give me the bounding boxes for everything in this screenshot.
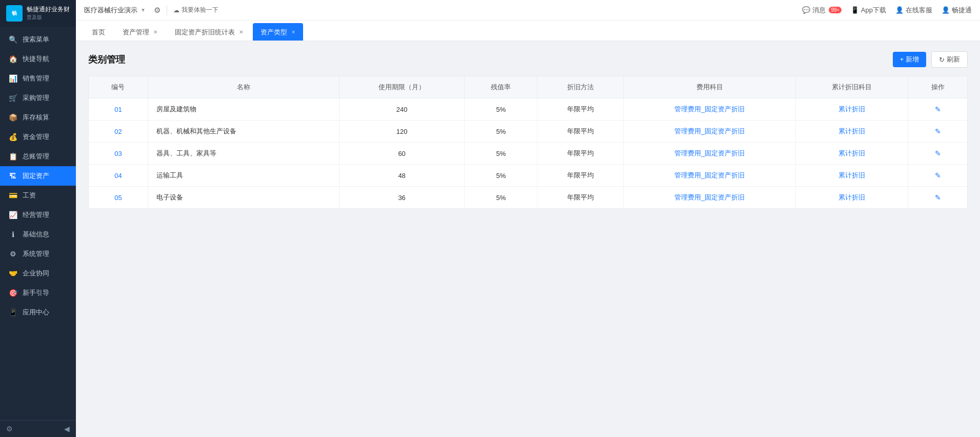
category-table: 编号名称使用期限（月）残值率折旧方法费用科目累计折旧科目操作 01房屋及建筑物2… <box>88 76 968 209</box>
sidebar: 畅 畅捷通好业务财 普及版 🔍搜索菜单🏠快捷导航📊销售管理🛒采购管理📦库存核算💰… <box>0 0 76 437</box>
row-residual: 5% <box>465 98 537 121</box>
topbar: 医疗器械行业演示 ▼ ⚙ ☁ 我要体验一下 💬 消息 99+ 📱 App下载 👤… <box>76 0 980 21</box>
table-row: 03器具、工具、家具等605%年限平均管理费用_固定资产折旧累计折旧✎ <box>89 143 967 165</box>
basic-info-icon: ℹ <box>8 230 17 239</box>
sidebar-item-label: 经营管理 <box>23 210 49 220</box>
tab-depreciation-table[interactable]: 固定资产折旧统计表 ✕ <box>167 23 251 41</box>
sidebar-item-label: 工资 <box>23 191 36 200</box>
row-action[interactable]: ✎ <box>908 165 967 187</box>
sidebar-item-quick-nav[interactable]: 🏠快捷导航 <box>0 49 76 69</box>
tab-asset-type[interactable]: 资产类型 ✕ <box>253 23 303 41</box>
refresh-button[interactable]: ↻ 刷新 <box>931 51 968 68</box>
row-residual: 5% <box>465 165 537 187</box>
content-header: 类别管理 + 新增 ↻ 刷新 <box>88 51 968 68</box>
row-accum-subject: 累计折旧 <box>796 121 908 143</box>
row-period: 120 <box>339 121 465 143</box>
row-action[interactable]: ✎ <box>908 121 967 143</box>
row-cost-subject: 管理费用_固定资产折旧 <box>624 165 796 187</box>
topbar-settings-icon[interactable]: ⚙ <box>154 6 161 15</box>
service-icon: 👤 <box>895 6 904 14</box>
online-service-button[interactable]: 👤 在线客服 <box>895 6 932 15</box>
table-row: 04运输工具485%年限平均管理费用_固定资产折旧累计折旧✎ <box>89 165 967 187</box>
settings-footer-icon[interactable]: ⚙ <box>6 425 13 433</box>
ledger-icon: 📋 <box>8 152 17 161</box>
sidebar-item-label: 资金管理 <box>23 132 49 142</box>
main-area: 医疗器械行业演示 ▼ ⚙ ☁ 我要体验一下 💬 消息 99+ 📱 App下载 👤… <box>76 0 980 437</box>
sidebar-item-guide[interactable]: 🎯新手引导 <box>0 283 76 303</box>
operations-icon: 📈 <box>8 210 17 220</box>
sidebar-item-system[interactable]: ⚙系统管理 <box>0 244 76 264</box>
app-download-label: App下载 <box>861 6 886 15</box>
content-area: 类别管理 + 新增 ↻ 刷新 编号名称使用期限（月）残值率折旧方法费用科目累计折… <box>76 41 980 437</box>
sidebar-item-basic-info[interactable]: ℹ基础信息 <box>0 225 76 244</box>
row-accum-subject: 累计折旧 <box>796 143 908 165</box>
row-cost-subject: 管理费用_固定资产折旧 <box>624 98 796 121</box>
row-action[interactable]: ✎ <box>908 98 967 121</box>
cloud-icon: ☁ <box>173 7 179 14</box>
tabbar: 首页资产管理 ✕固定资产折旧统计表 ✕资产类型 ✕ <box>76 21 980 41</box>
row-method: 年限平均 <box>537 165 624 187</box>
inventory-icon: 📦 <box>8 113 17 122</box>
messages-label: 消息 <box>812 6 826 15</box>
row-name: 机器、机械和其他生产设备 <box>148 121 339 143</box>
tab-close-icon[interactable]: ✕ <box>239 29 243 35</box>
sidebar-item-sales[interactable]: 📊销售管理 <box>0 69 76 88</box>
app-title: 畅捷通好业务财 <box>27 6 70 14</box>
page-title: 类别管理 <box>88 53 125 66</box>
guide-icon: 🎯 <box>8 288 17 297</box>
sidebar-item-enterprise[interactable]: 🤝企业协同 <box>0 264 76 283</box>
sidebar-item-capital[interactable]: 💰资金管理 <box>0 127 76 147</box>
sidebar-item-label: 销售管理 <box>23 74 49 83</box>
row-cost-subject: 管理费用_固定资产折旧 <box>624 187 796 209</box>
row-id: 05 <box>89 187 148 209</box>
row-period: 240 <box>339 98 465 121</box>
sidebar-item-label: 应用中心 <box>23 308 49 317</box>
tab-close-icon[interactable]: ✕ <box>153 29 157 35</box>
table-row: 05电子设备365%年限平均管理费用_固定资产折旧累计折旧✎ <box>89 187 967 209</box>
sidebar-item-ledger[interactable]: 📋总账管理 <box>0 147 76 166</box>
user-avatar-icon: 👤 <box>942 6 950 14</box>
messages-button[interactable]: 💬 消息 99+ <box>802 6 841 15</box>
app-center-icon: 📱 <box>8 308 17 317</box>
new-button[interactable]: + 新增 <box>893 52 926 67</box>
sidebar-item-label: 搜索菜单 <box>23 35 49 44</box>
sidebar-item-search[interactable]: 🔍搜索菜单 <box>0 30 76 49</box>
table-header-row: 编号名称使用期限（月）残值率折旧方法费用科目累计折旧科目操作 <box>89 76 967 98</box>
row-id: 01 <box>89 98 148 121</box>
sales-icon: 📊 <box>8 74 17 83</box>
sidebar-item-label: 企业协同 <box>23 269 49 278</box>
purchase-icon: 🛒 <box>8 93 17 103</box>
row-residual: 5% <box>465 187 537 209</box>
sidebar-item-fixed-assets[interactable]: 🏗固定资产 <box>0 166 76 186</box>
row-accum-subject: 累计折旧 <box>796 187 908 209</box>
sidebar-item-purchase[interactable]: 🛒采购管理 <box>0 88 76 108</box>
tab-asset-management[interactable]: 资产管理 ✕ <box>115 23 165 41</box>
row-period: 60 <box>339 143 465 165</box>
capital-icon: 💰 <box>8 132 17 142</box>
row-action[interactable]: ✎ <box>908 143 967 165</box>
table-row: 01房屋及建筑物2405%年限平均管理费用_固定资产折旧累计折旧✎ <box>89 98 967 121</box>
app-download-button[interactable]: 📱 App下载 <box>851 6 886 15</box>
tab-close-icon[interactable]: ✕ <box>291 29 295 35</box>
row-name: 运输工具 <box>148 165 339 187</box>
row-method: 年限平均 <box>537 143 624 165</box>
demo-selector[interactable]: 医疗器械行业演示 ▼ <box>84 6 146 15</box>
sidebar-item-payroll[interactable]: 💳工资 <box>0 186 76 205</box>
user-button[interactable]: 👤 畅捷通 <box>942 6 972 15</box>
refresh-label: 刷新 <box>947 55 960 64</box>
sidebar-item-label: 库存核算 <box>23 113 49 122</box>
sidebar-item-operations[interactable]: 📈经营管理 <box>0 205 76 225</box>
trial-button[interactable]: ☁ 我要体验一下 <box>173 6 218 14</box>
tab-home[interactable]: 首页 <box>84 23 113 41</box>
collapse-icon[interactable]: ◀ <box>64 425 70 433</box>
row-action[interactable]: ✎ <box>908 187 967 209</box>
app-logo: 畅 <box>6 5 23 22</box>
col-使用期限（月）: 使用期限（月） <box>339 76 465 98</box>
demo-label: 医疗器械行业演示 <box>84 6 137 15</box>
quick-nav-icon: 🏠 <box>8 54 17 64</box>
sidebar-item-app-center[interactable]: 📱应用中心 <box>0 303 76 322</box>
user-label: 畅捷通 <box>952 6 972 15</box>
col-名称: 名称 <box>148 76 339 98</box>
sidebar-item-inventory[interactable]: 📦库存核算 <box>0 108 76 127</box>
sidebar-item-label: 新手引导 <box>23 288 49 297</box>
